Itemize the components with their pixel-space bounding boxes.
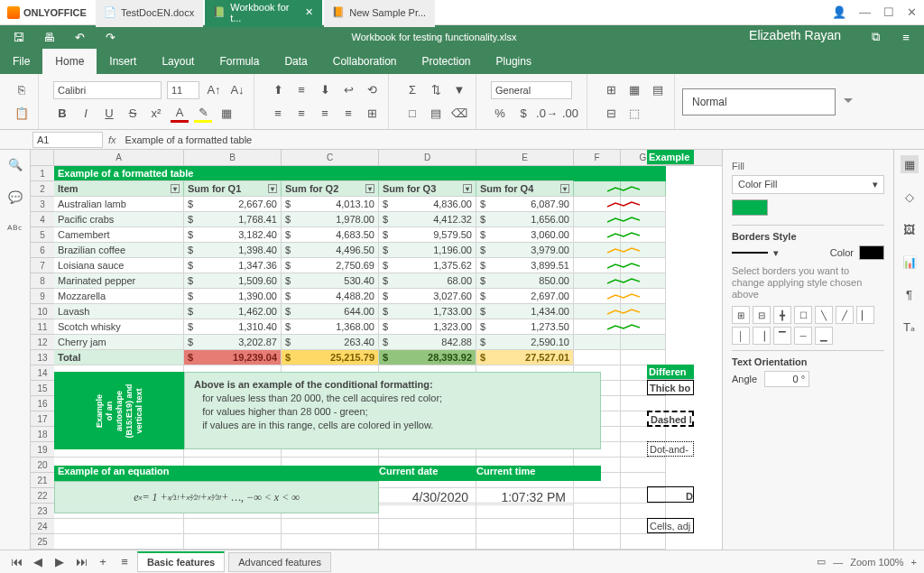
menu-plugins[interactable]: Plugins	[484, 49, 544, 74]
save-icon[interactable]: 🖫	[9, 28, 27, 46]
border-color-swatch[interactable]	[859, 245, 884, 260]
menu-layout[interactable]: Layout	[149, 49, 207, 74]
minimize-icon[interactable]: —	[859, 5, 871, 19]
pivot-settings-icon[interactable]: ¶	[901, 285, 919, 303]
sheet-first-icon[interactable]: ⏮	[7, 553, 25, 571]
formula-input[interactable]: Example of a formatted table	[122, 134, 707, 145]
sheet-tab-other[interactable]: Advanced features	[228, 552, 331, 572]
maximize-icon[interactable]: ☐	[883, 5, 894, 19]
spreadsheet-grid[interactable]: ABCDEFG 12345678910111213141516171819202…	[31, 150, 722, 550]
menu-file[interactable]: File	[0, 49, 42, 74]
shape-settings-icon[interactable]: ◇	[901, 188, 919, 206]
user-icon[interactable]: 👤	[832, 5, 846, 19]
font-name-select[interactable]: Calibri	[53, 81, 162, 99]
cell-style-select[interactable]: Normal	[682, 88, 836, 116]
align-top-icon[interactable]: ⬆	[269, 81, 287, 99]
align-just-icon[interactable]: ≡	[339, 105, 357, 123]
border-left-icon[interactable]: ▏	[856, 306, 874, 324]
sheet-next-icon[interactable]: ▶	[51, 553, 69, 571]
border-outline-icon[interactable]: ⊞	[732, 306, 750, 324]
sheet-prev-icon[interactable]: ◀	[29, 553, 47, 571]
sort-icon[interactable]: ⇅	[427, 81, 445, 99]
border-right-icon[interactable]: ▕	[753, 327, 771, 345]
bold-icon[interactable]: B	[53, 105, 71, 123]
border-line-style[interactable]	[732, 252, 768, 254]
align-right-icon[interactable]: ≡	[316, 105, 334, 123]
number-format-select[interactable]: General	[491, 81, 572, 99]
menu-insert[interactable]: Insert	[97, 49, 149, 74]
border-horiz-icon[interactable]: ─	[794, 327, 812, 345]
delete-cells-icon[interactable]: ⊟	[602, 105, 620, 123]
named-range-icon[interactable]: □	[403, 105, 421, 123]
border-bottom-icon[interactable]: ▁	[815, 327, 833, 345]
filter-icon[interactable]: ▼	[450, 81, 468, 99]
fill-color-swatch[interactable]	[732, 199, 768, 216]
sheet-list-icon[interactable]: ≡	[116, 553, 134, 571]
menu-home[interactable]: Home	[42, 49, 97, 74]
close-icon[interactable]: ✕	[907, 5, 917, 19]
doc-tab[interactable]: 📄TestDocEN.docx	[96, 0, 203, 27]
text-settings-icon[interactable]: Tₐ	[901, 318, 919, 336]
currency-icon[interactable]: $	[514, 105, 532, 123]
chart-settings-icon[interactable]: 📊	[901, 253, 919, 271]
search-icon[interactable]: 🔍	[6, 155, 24, 173]
border-diag1-icon[interactable]: ╲	[815, 306, 833, 324]
font-color-icon[interactable]: A	[171, 105, 189, 123]
underline-icon[interactable]: U	[100, 105, 118, 123]
image-settings-icon[interactable]: 🖼	[901, 220, 919, 238]
lang-icon[interactable]: ▭	[817, 556, 826, 568]
add-sheet-icon[interactable]: +	[94, 553, 112, 571]
highlight-icon[interactable]: ✎	[194, 105, 212, 123]
cond-format-icon[interactable]: ▦	[625, 81, 643, 99]
menu-formula[interactable]: Formula	[207, 49, 272, 74]
fill-type-select[interactable]: Color Fill▾	[732, 175, 884, 194]
border-icon[interactable]: ▦	[217, 105, 236, 123]
font-size-select[interactable]: 11	[167, 81, 199, 99]
redo-icon[interactable]: ↷	[101, 28, 119, 46]
clear-icon[interactable]: ⌫	[450, 105, 468, 123]
open-location-icon[interactable]: ⧉	[866, 28, 884, 46]
undo-icon[interactable]: ↶	[70, 28, 88, 46]
doc-tab[interactable]: 📗Workbook for t...✕	[205, 0, 322, 27]
spellcheck-icon[interactable]: ᴬᴮᶜ	[6, 220, 24, 238]
sheet-tab-active[interactable]: Basic features	[137, 551, 225, 572]
menu-icon[interactable]: ≡	[897, 28, 915, 46]
border-inner-icon[interactable]: ⊟	[753, 306, 771, 324]
strike-icon[interactable]: S	[124, 105, 142, 123]
percent-icon[interactable]: %	[491, 105, 509, 123]
angle-input[interactable]: 0 °	[764, 371, 809, 387]
border-all-icon[interactable]: ╋	[773, 306, 791, 324]
comments-icon[interactable]: 💬	[6, 188, 24, 206]
inc-font-icon[interactable]: A↑	[205, 81, 223, 99]
fx-icon[interactable]: fx	[103, 134, 122, 145]
table-icon[interactable]: ▤	[649, 81, 667, 99]
border-none-icon[interactable]: ☐	[794, 306, 812, 324]
wrap-icon[interactable]: ↩	[339, 81, 357, 99]
orient-icon[interactable]: ⟲	[363, 81, 381, 99]
menu-collaboration[interactable]: Collaboration	[320, 49, 410, 74]
insert-cells-icon[interactable]: ⊞	[602, 81, 620, 99]
align-left-icon[interactable]: ≡	[269, 105, 287, 123]
name-box[interactable]: A1	[32, 132, 103, 148]
sheet-last-icon[interactable]: ⏭	[72, 553, 90, 571]
align-center-icon[interactable]: ≡	[292, 105, 310, 123]
align-mid-icon[interactable]: ≡	[292, 81, 310, 99]
italic-icon[interactable]: I	[77, 105, 95, 123]
dec-inc-icon[interactable]: .0→	[538, 105, 556, 123]
super-icon[interactable]: x²	[147, 105, 165, 123]
fill-icon[interactable]: ▤	[427, 105, 445, 123]
align-bot-icon[interactable]: ⬇	[316, 81, 334, 99]
border-diag2-icon[interactable]: ╱	[836, 306, 854, 324]
menu-data[interactable]: Data	[272, 49, 319, 74]
dec-font-icon[interactable]: A↓	[228, 81, 246, 99]
doc-tab[interactable]: 📙New Sample Pr...	[324, 0, 435, 27]
print-icon[interactable]: 🖶	[40, 28, 58, 46]
menu-protection[interactable]: Protection	[410, 49, 484, 74]
format-icon[interactable]: ⬚	[625, 105, 643, 123]
copy-icon[interactable]: ⎘	[13, 81, 31, 99]
border-top-icon[interactable]: ▔	[773, 327, 791, 345]
sum-icon[interactable]: Σ	[403, 81, 421, 99]
paste-icon[interactable]: 📋	[13, 105, 31, 123]
merge-icon[interactable]: ⊞	[363, 105, 381, 123]
border-vert-icon[interactable]: │	[732, 327, 750, 345]
